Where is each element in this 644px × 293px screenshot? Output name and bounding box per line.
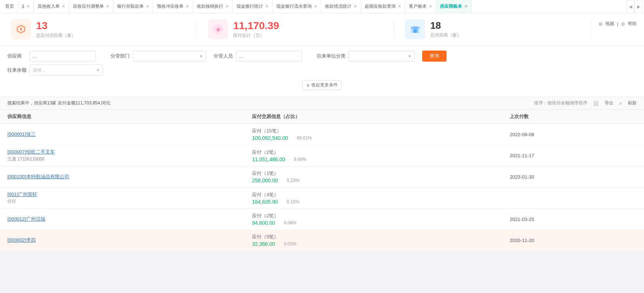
category-filter-label: 往来单位分类 — [317, 53, 346, 59]
summary-item-payable-suppliers: ¥ 13 总应付供应商（家） — [7, 19, 197, 39]
payable-amount-5[interactable]: 32,366.00 — [252, 241, 275, 247]
payable-label-4: 应付（2笔） — [252, 213, 279, 218]
person-input[interactable] — [236, 51, 302, 62]
tab-prepayment-close[interactable]: ✕ — [186, 4, 189, 9]
nav-tab-supplier[interactable]: 供应商账本 ✕ — [436, 0, 472, 13]
last-pay-cell-4: 2021-03-25 — [502, 209, 644, 230]
nav-tab-prepayment[interactable]: 预收冲应收单 ✕ — [153, 0, 193, 13]
top-right-links: ⊙ 视频 | ⊙ 帮助 — [599, 19, 637, 27]
payable-cell-4: 应付（2笔） 94,600.00 0.08% — [245, 209, 502, 230]
tab-cashbank-stat-close[interactable]: ✕ — [265, 4, 269, 9]
nav-tab-home[interactable]: 首页 — [1, 0, 18, 13]
collapse-button[interactable]: ∧ 收起更多条件 — [302, 80, 342, 90]
tab-other-income-close[interactable]: ✕ — [62, 4, 65, 9]
payable-amount-0[interactable]: 100,092,540.00 — [252, 135, 288, 141]
payable-amount-4[interactable]: 94,600.00 — [252, 220, 275, 226]
nav-tab-cashbank-query[interactable]: 现金银行流水查询 ✕ — [273, 0, 321, 13]
balance-chevron-icon: ▼ — [96, 68, 100, 72]
tab-overdue-close[interactable]: ✕ — [398, 4, 401, 9]
payable-amount-1[interactable]: 11,051,486.00 — [252, 156, 285, 162]
supplier-cell-5: [000002]李四 — [0, 230, 245, 251]
search-button[interactable]: 查询 — [422, 51, 447, 62]
payable-label-5: 应付（5笔） — [252, 234, 279, 239]
supplier-input[interactable] — [29, 51, 96, 62]
nav-tab-adjustment[interactable]: 应收应付调整单 ✕ — [69, 0, 113, 13]
table-row: [000002]李四 应付（5笔） 32,366.00 0.03% 2020-1… — [0, 230, 644, 251]
supplier-link-1[interactable]: [000007]恒旺二手叉车 — [7, 149, 55, 155]
tab-collection-close[interactable]: ✕ — [225, 4, 229, 9]
summary-icon-total: 🌸 — [208, 19, 228, 39]
tab-cashbank-stat-label: 现金银行统计 — [237, 3, 263, 10]
tab-supplier-close[interactable]: ✕ — [464, 4, 468, 9]
svg-rect-8 — [411, 27, 420, 28]
col-last-pay: 上次付数 — [502, 110, 644, 124]
tab-collection-stat-close[interactable]: ✕ — [354, 4, 357, 9]
tab-bank-label: 银行存取款单 — [117, 3, 144, 10]
supplier-link-3[interactable]: [001]广州荣轩 — [7, 192, 37, 197]
payable-percent-1: 9.89% — [294, 157, 307, 162]
tab-cashbank-query-label: 现金银行流水查询 — [276, 3, 312, 10]
supplier-sub-3: 仔仔 — [7, 199, 237, 205]
nav-arrow-left[interactable]: ◀ — [626, 0, 634, 13]
result-actions: 排序：按应付余额倒序排序 ⬜ 导出 ○ 刷新 — [534, 100, 637, 106]
summary-number-total: 11,170.39 — [233, 20, 279, 32]
export-button[interactable]: 导出 — [605, 100, 613, 106]
svg-text:🌸: 🌸 — [215, 27, 221, 32]
category-select[interactable]: ▼ — [349, 51, 415, 62]
col-payable-info: 应付交易信息（占比） — [245, 110, 502, 124]
svg-rect-7 — [414, 30, 417, 33]
supplier-link-0[interactable]: [000001]张三 — [7, 131, 36, 137]
last-pay-date-0: 2022-08-08 — [510, 132, 534, 137]
tab-adjustment-close[interactable]: ✕ — [106, 4, 109, 9]
last-pay-date-4: 2021-03-25 — [510, 217, 534, 222]
summary-number-payable: 13 — [36, 20, 76, 32]
main-table-wrap: 供应商信息 应付交易信息（占比） 上次付数 [000001]张三 — [0, 110, 644, 251]
payable-amount-2[interactable]: 258,000.00 — [252, 177, 278, 183]
nav-tab-2[interactable]: 3 ✕ — [18, 0, 34, 13]
nav-tab-customer[interactable]: 客户账本 ✕ — [405, 0, 436, 13]
summary-number-all: 18 — [430, 20, 461, 31]
tab-adjustment-label: 应收应付调整单 — [73, 3, 104, 10]
table-row: [000007]恒旺二手叉车 王通 17106110000 应付（2笔） 11,… — [0, 145, 644, 166]
table-row: [000012]广州贝瑞 应付（2笔） 94,600.00 0.08% 2021… — [0, 209, 644, 230]
filter-item-dept: 分管部门 ▼ — [111, 51, 206, 62]
payable-cell-2: 应付（1笔） 258,000.00 0.23% — [245, 166, 502, 187]
balance-select[interactable]: 选择... ▼ — [29, 65, 103, 76]
tab-bank-close[interactable]: ✕ — [146, 4, 149, 9]
payable-percent-5: 0.03% — [284, 241, 297, 247]
sort-label[interactable]: 排序：按应付余额倒序排序 — [534, 100, 587, 106]
svg-text:¥: ¥ — [20, 27, 22, 31]
supplier-cell-0: [000001]张三 — [0, 124, 245, 145]
refresh-button[interactable]: 刷新 — [628, 100, 637, 106]
payable-cell-0: 应付（15笔） 100,092,540.00 89.61% — [245, 124, 502, 145]
dept-select[interactable]: ▼ — [133, 51, 206, 62]
top-nav: 首页 3 ✕ 其他收入单 ✕ 应收应付调整单 ✕ 银行存取款单 ✕ 预收冲应收单… — [0, 0, 644, 13]
nav-tab-overdue[interactable]: 超期应收款查询 ✕ — [361, 0, 405, 13]
payable-cell-3: 应付（4笔） 164,635.90 0.15% — [245, 187, 502, 209]
nav-tab-collection[interactable]: 收款核销执行 ✕ — [193, 0, 233, 13]
summary-label-total: 应付合计（万） — [233, 32, 279, 39]
nav-tab-cashbank-stat[interactable]: 现金银行统计 ✕ — [233, 0, 273, 13]
tab2-close[interactable]: ✕ — [27, 4, 30, 9]
nav-tab-collection-stat[interactable]: 收款情况统计 ✕ — [321, 0, 361, 13]
nav-tab-other-income[interactable]: 其他收入单 ✕ — [34, 0, 69, 13]
collapse-row: ∧ 收起更多条件 — [7, 79, 637, 92]
help-link[interactable]: 帮助 — [628, 21, 637, 27]
nav-arrow-right[interactable]: ▶ — [634, 0, 643, 13]
tab-other-income-label: 其他收入单 — [38, 3, 60, 10]
supplier-link-2[interactable]: [000100]本特勒油品有限公司 — [7, 174, 69, 179]
tab-cashbank-query-close[interactable]: ✕ — [314, 4, 317, 9]
filter-item-balance: 往来余额 选择... ▼ — [7, 65, 103, 76]
supplier-cell-1: [000007]恒旺二手叉车 王通 17106110000 — [0, 145, 245, 166]
payable-amount-3[interactable]: 164,635.90 — [252, 199, 278, 205]
supplier-sub-1: 王通 17106110000 — [7, 156, 237, 162]
supplier-link-4[interactable]: [000012]广州贝瑞 — [7, 216, 45, 222]
supplier-link-5[interactable]: [000002]李四 — [7, 237, 36, 243]
tab-customer-close[interactable]: ✕ — [429, 4, 432, 9]
dept-chevron-icon: ▼ — [199, 54, 203, 58]
last-pay-date-2: 2023-01-30 — [510, 174, 534, 180]
nav-tab-bank[interactable]: 银行存取款单 ✕ — [113, 0, 153, 13]
video-link[interactable]: 视频 — [605, 21, 614, 27]
tab-collection-stat-label: 收款情况统计 — [325, 3, 351, 10]
help-icon: ⊙ — [621, 21, 625, 27]
